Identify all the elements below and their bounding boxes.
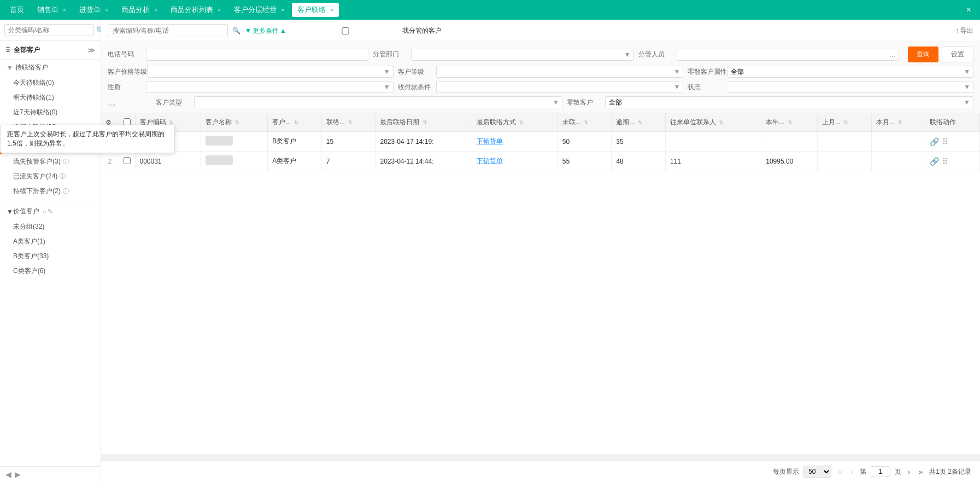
phone-input[interactable] (146, 49, 368, 61)
nav-customer-contact[interactable]: 客户联络 × (292, 3, 339, 17)
settings-button[interactable]: 设置 (942, 47, 973, 62)
last-page-button[interactable]: » (917, 467, 925, 477)
query-btn-group: 查询 设置 (908, 47, 973, 62)
action-grid-icon-0[interactable]: ⠿ (942, 137, 948, 146)
nav-product-list-close[interactable]: × (218, 7, 221, 13)
sort-method-icon[interactable]: ⇅ (519, 119, 523, 125)
category-search-input[interactable] (4, 24, 94, 36)
row-type-1: A类客户 (268, 152, 322, 171)
sort-type-icon[interactable]: ⇅ (294, 119, 298, 125)
select-all-checkbox[interactable] (124, 118, 131, 125)
nature-wrap: ▼ (146, 81, 394, 93)
all-customers-header[interactable]: ⠿ 全部客户 ≫ (0, 41, 101, 60)
more-options-button[interactable]: ... (108, 97, 116, 107)
more-filters-button[interactable]: ▼ 更多条件 ▲ (245, 26, 286, 36)
nav-product-list[interactable]: 商品分析列表 × (165, 3, 226, 17)
sidebar-collapse-btn[interactable]: ≫ (88, 47, 95, 54)
export-button[interactable]: ↑ 导出 (955, 26, 973, 36)
row-last-method-0[interactable]: 下销货单 (472, 132, 558, 152)
customer-level-input[interactable] (436, 66, 684, 78)
pending-contact-header[interactable]: ▼ 待联络客户 (0, 60, 101, 76)
sidebar-right-arrow[interactable]: ▶ (15, 470, 21, 479)
sidebar-item-class-c[interactable]: C类客户(6) (0, 264, 101, 278)
col-type: 客户... ⇅ (268, 113, 322, 132)
row-this-month-1 (871, 152, 925, 171)
price-level-input[interactable] (147, 66, 394, 78)
action-link-icon-0[interactable]: 🔗 (930, 137, 939, 146)
nav-sales[interactable]: 销售单 × (32, 3, 72, 17)
manager-field: 分管人员 … (638, 49, 899, 61)
prev-page-button[interactable]: ‹ (848, 467, 855, 477)
table-header-row: ⚙ 客户编码 ⇅ 客户名称 ⇅ (101, 113, 980, 132)
manager-input[interactable] (677, 49, 899, 61)
nav-customer-segment-close[interactable]: × (281, 7, 284, 13)
sidebar-item-churn-warning[interactable]: 流失预警客户(3) ⓘ (0, 154, 101, 169)
customer-type-input[interactable] (194, 96, 562, 108)
nav-product-analysis[interactable]: 商品分析 × (116, 3, 163, 17)
sort-contact-icon[interactable]: ⇅ (348, 119, 352, 125)
table-row: 1 000039 B类客户 15 2023-04-17 14:19: 下销货单 … (101, 132, 980, 152)
nav-customer-segment[interactable]: 客户分层经营 × (228, 3, 290, 17)
pending-contact-group: ▼ 待联络客户 今天待联络(0) 明天待联络(1) 近7天待联络(0) 逾期未联… (0, 60, 101, 135)
action-grid-icon-1[interactable]: ⠿ (942, 157, 948, 166)
status-input[interactable] (726, 81, 973, 93)
nav-home[interactable]: 首页 (4, 3, 30, 17)
row-name-1[interactable] (201, 152, 268, 171)
sidebar-item-class-a[interactable]: A类客户(1) (0, 234, 101, 249)
my-customer-checkbox[interactable] (291, 27, 400, 34)
retail-attr-input[interactable] (727, 66, 973, 78)
query-button[interactable]: 查询 (908, 47, 938, 62)
price-level-wrap: ▼ (147, 66, 394, 78)
value-customer-header[interactable]: ▼ 价值客户 ○ ✎ (0, 204, 101, 219)
my-customer-checkbox-area[interactable]: 我分管的客户 (291, 26, 442, 36)
tooltip-box: 距客户上次交易时长，超过了此客户的平均交易周期的1.5倍，则视为异常。 (0, 125, 175, 153)
dept-input[interactable] (411, 49, 633, 61)
next-page-button[interactable]: › (906, 467, 912, 477)
row-name-0[interactable] (201, 132, 268, 152)
nav-purchase-close[interactable]: × (105, 7, 108, 13)
sort-contacts-icon[interactable]: ⇅ (719, 119, 723, 125)
window-close-button[interactable]: × (962, 3, 976, 17)
manager-select-wrap: … (677, 49, 899, 61)
per-page-label: 每页显示 (773, 467, 799, 477)
nav-customer-contact-close[interactable]: × (330, 7, 333, 13)
retail-customer-field: 零散客户 ▼ (567, 96, 973, 108)
per-page-select[interactable]: 20 50 100 200 (803, 466, 831, 478)
first-page-button[interactable]: « (836, 467, 844, 477)
retail-customer-input[interactable] (605, 96, 973, 108)
value-arrow: ▼ (7, 208, 13, 216)
sidebar-left-arrow[interactable]: ◀ (5, 470, 11, 479)
nav-sales-close[interactable]: × (63, 7, 66, 13)
sidebar-item-ungrouped[interactable]: 未分组(32) (0, 219, 101, 234)
sort-lmonth-icon[interactable]: ⇅ (843, 119, 848, 125)
sort-overdue-icon[interactable]: ⇅ (638, 119, 642, 125)
search-input[interactable] (108, 24, 228, 37)
sort-name-icon[interactable]: ⇅ (234, 119, 239, 125)
action-link-icon-1[interactable]: 🔗 (930, 157, 939, 166)
row-last-method-1[interactable]: 下销货单 (472, 152, 558, 171)
value-edit-icon[interactable]: ✎ (48, 208, 52, 215)
sort-year-icon[interactable]: ⇅ (788, 119, 792, 125)
page-number-input[interactable] (871, 466, 890, 477)
sort-tmonth-icon[interactable]: ⇅ (897, 119, 902, 125)
sidebar-item-class-b[interactable]: B类客户(33) (0, 249, 101, 264)
sort-date-icon[interactable]: ⇅ (422, 119, 427, 125)
retail-attr-wrap: ▼ (727, 66, 973, 78)
sort-uncontacted-icon[interactable]: ⇅ (584, 119, 588, 125)
sidebar-item-declining[interactable]: 持续下滑客户(2) ⓘ (0, 184, 101, 199)
nav-product-analysis-close[interactable]: × (154, 7, 157, 13)
retail-attr-field: 零散客户属性 ▼ (688, 66, 973, 78)
row-contact-count-1: 7 (321, 152, 375, 171)
sidebar-item-today[interactable]: 今天待联络(0) (0, 76, 101, 90)
row-checkbox-1[interactable] (119, 152, 135, 171)
sidebar-item-churned[interactable]: 已流失客户(24) ⓘ (0, 169, 101, 184)
sidebar-item-7days[interactable]: 近7天待联络(0) (0, 105, 101, 120)
horizontal-scrollbar[interactable] (101, 454, 980, 461)
customer-table-wrap: ⚙ 客户编码 ⇅ 客户名称 ⇅ (101, 113, 980, 454)
payment-input[interactable] (436, 81, 684, 93)
category-search-icon[interactable]: 🔍 (96, 26, 101, 34)
nav-purchase[interactable]: 进货单 × (74, 3, 114, 17)
search-icon[interactable]: 🔍 (232, 27, 240, 34)
sidebar-item-tomorrow[interactable]: 明天待联络(1) (0, 90, 101, 105)
nature-input[interactable] (146, 81, 394, 93)
